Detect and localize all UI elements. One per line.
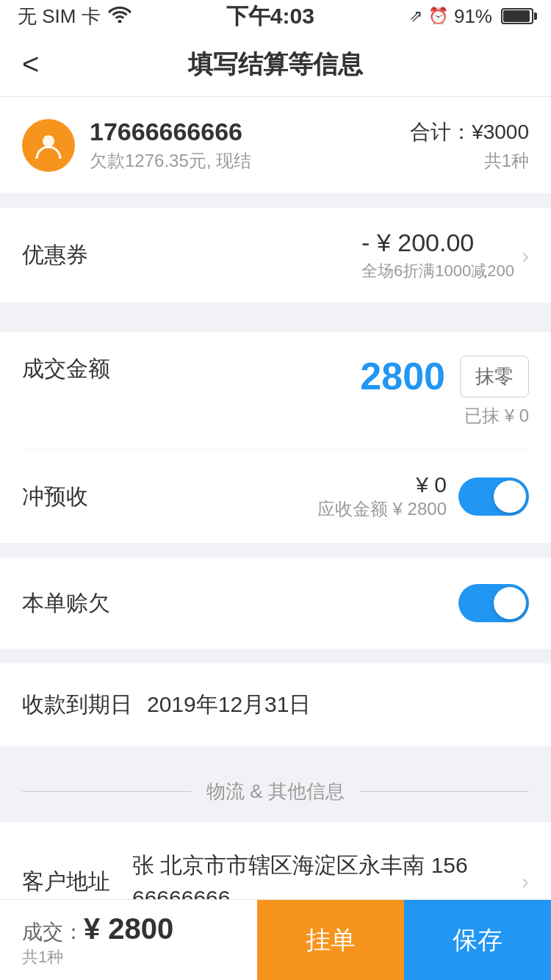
due-date-row: 收款到期日 2019年12月31日 — [22, 663, 529, 746]
amount-section: 成交金额 2800 抹零 已抹 ¥ 0 冲预收 ¥ 0 应收金额 ¥ 2800 — [0, 332, 551, 543]
prepay-amount: ¥ 0 — [317, 472, 447, 497]
customer-left: 17666666666 欠款1276.35元, 现结 — [22, 118, 251, 173]
due-label: 收款到期日 — [22, 690, 132, 720]
section-divider-1 — [0, 317, 551, 332]
deal-amount-row: 成交金额 2800 抹零 已抹 ¥ 0 — [22, 332, 529, 450]
status-right: ⇗ ⏰ 91% — [409, 5, 533, 28]
prepay-sub: 应收金额 ¥ 2800 — [317, 497, 447, 521]
erling-button[interactable]: 抹零 — [460, 356, 529, 397]
logistics-text: 物流 & 其他信息 — [206, 779, 345, 804]
coupon-desc: 全场6折满1000减200 — [361, 260, 514, 282]
debt-section: 本单赊欠 — [0, 558, 551, 649]
deal-sub: 已抹 ¥ 0 — [464, 404, 529, 428]
save-button[interactable]: 保存 — [404, 900, 551, 981]
wifi-icon — [108, 5, 132, 28]
battery-percent: 91% — [454, 5, 492, 28]
section-divider-4 — [0, 746, 551, 761]
due-date-value: 2019年12月31日 — [147, 690, 311, 720]
battery-icon — [501, 8, 533, 24]
deal-value: 2800 — [360, 354, 445, 398]
coupon-right: - ¥ 200.00 全场6折满1000减200 — [361, 228, 514, 282]
nav-bar: < 填写结算等信息 — [0, 32, 551, 97]
bottom-deal-label: 成交： — [22, 918, 84, 946]
section-divider-2 — [0, 543, 551, 558]
address-label: 客户地址 — [22, 867, 110, 897]
debt-toggle-knob — [494, 587, 526, 619]
prepay-row: 冲预收 ¥ 0 应收金额 ¥ 2800 — [22, 450, 529, 543]
customer-info: 17666666666 欠款1276.35元, 现结 — [90, 118, 251, 173]
deal-label: 成交金额 — [22, 354, 110, 384]
total-amount: 合计：¥3000 — [410, 118, 529, 146]
carrier-text: 无 SIM 卡 — [18, 4, 101, 29]
customer-phone: 17666666666 — [90, 118, 251, 146]
customer-right: 合计：¥3000 共1种 — [410, 118, 529, 173]
prepay-label: 冲预收 — [22, 482, 88, 512]
prepay-toggle[interactable] — [458, 478, 529, 516]
total-count: 共1种 — [410, 149, 529, 173]
location-icon: ⇗ — [409, 7, 422, 26]
bottom-amount: ¥ 2800 — [84, 912, 173, 945]
hold-button[interactable]: 挂单 — [257, 900, 404, 981]
alarm-icon: ⏰ — [428, 7, 448, 26]
bottom-summary: 成交： ¥ 2800 共1种 — [0, 912, 257, 968]
coupon-row[interactable]: 优惠券 - ¥ 200.00 全场6折满1000减200 › — [0, 208, 551, 303]
logistics-line-left — [22, 791, 192, 792]
coupon-label: 优惠券 — [22, 240, 88, 270]
prepay-amount-block: ¥ 0 应收金额 ¥ 2800 — [317, 472, 447, 521]
chevron-right-icon: › — [522, 243, 529, 268]
customer-debt: 欠款1276.35元, 现结 — [90, 149, 251, 173]
page-title: 填写结算等信息 — [188, 48, 363, 82]
status-time: 下午4:03 — [226, 1, 314, 32]
logistics-divider: 物流 & 其他信息 — [0, 761, 551, 822]
customer-card: 17666666666 欠款1276.35元, 现结 合计：¥3000 共1种 — [0, 97, 551, 193]
deal-right: 2800 抹零 已抹 ¥ 0 — [360, 354, 529, 428]
avatar — [22, 119, 75, 172]
logistics-line-right — [359, 791, 529, 792]
status-left: 无 SIM 卡 — [18, 4, 132, 29]
debt-row: 本单赊欠 — [22, 558, 529, 649]
coupon-discount: - ¥ 200.00 — [361, 228, 514, 257]
svg-point-0 — [43, 135, 54, 147]
debt-toggle[interactable] — [458, 584, 529, 622]
content: 17666666666 欠款1276.35元, 现结 合计：¥3000 共1种 … — [0, 97, 551, 980]
due-date-section: 收款到期日 2019年12月31日 — [0, 663, 551, 746]
debt-label: 本单赊欠 — [22, 588, 110, 619]
bottom-bar: 成交： ¥ 2800 共1种 挂单 保存 — [0, 899, 551, 980]
status-bar: 无 SIM 卡 下午4:03 ⇗ ⏰ 91% — [0, 0, 551, 32]
toggle-knob — [494, 480, 526, 513]
bottom-count: 共1种 — [22, 946, 235, 968]
prepay-right: ¥ 0 应收金额 ¥ 2800 — [317, 472, 529, 521]
back-button[interactable]: < — [15, 40, 46, 88]
section-divider-3 — [0, 649, 551, 663]
address-chevron-icon: › — [522, 869, 529, 894]
